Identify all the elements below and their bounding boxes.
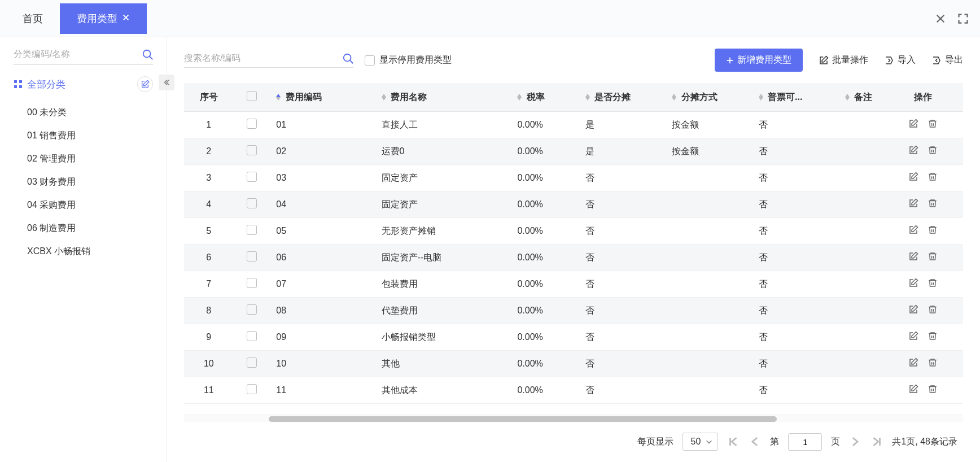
per-page-select[interactable]: 50 <box>683 433 719 451</box>
cell-checkbox[interactable] <box>234 138 271 165</box>
edit-row-icon[interactable] <box>908 225 918 237</box>
table-row[interactable]: 303固定资产0.00%否否 <box>184 165 963 191</box>
collapse-sidebar-icon[interactable] <box>159 75 174 90</box>
table-row[interactable]: 909小畅报销类型0.00%否否 <box>184 324 963 351</box>
delete-row-icon[interactable] <box>928 331 938 343</box>
th-checkbox[interactable] <box>234 83 271 112</box>
table-row[interactable]: 505无形资产摊销0.00%否否 <box>184 218 963 245</box>
delete-row-icon[interactable] <box>928 304 938 317</box>
tabs-right <box>935 13 969 24</box>
tab-expense-type[interactable]: 费用类型 <box>60 3 147 34</box>
table-scroll[interactable]: 序号 费用编码 费用名称 <box>184 83 963 413</box>
last-page-icon[interactable] <box>870 435 883 448</box>
delete-row-icon[interactable] <box>928 119 938 131</box>
edit-row-icon[interactable] <box>908 172 918 184</box>
edit-row-icon[interactable] <box>908 304 918 317</box>
sidebar-item[interactable]: 06 制造费用 <box>27 217 153 240</box>
cell-checkbox[interactable] <box>234 377 271 404</box>
th-alloc-flag[interactable]: 是否分摊 <box>580 83 666 112</box>
delete-row-icon[interactable] <box>928 384 938 396</box>
edit-row-icon[interactable] <box>908 198 918 211</box>
search-icon[interactable] <box>342 53 353 64</box>
cell-checkbox[interactable] <box>234 218 271 245</box>
expand-icon[interactable] <box>957 13 969 24</box>
cell-alloc: 否 <box>580 377 666 404</box>
cell-checkbox[interactable] <box>234 245 271 271</box>
page-number-input[interactable] <box>788 433 822 451</box>
edit-row-icon[interactable] <box>908 384 918 396</box>
content-search-input[interactable] <box>184 53 342 63</box>
table-row[interactable]: 101直接人工0.00%是按金额否 <box>184 112 963 138</box>
sidebar-search-input[interactable] <box>14 49 142 59</box>
sidebar-item[interactable]: XCBX 小畅报销 <box>27 240 153 263</box>
delete-row-icon[interactable] <box>928 278 938 290</box>
edit-row-icon[interactable] <box>908 278 918 290</box>
tab-close-icon[interactable] <box>122 14 130 24</box>
table-row[interactable]: 404固定资产0.00%否否 <box>184 191 963 218</box>
cell-checkbox[interactable] <box>234 324 271 351</box>
show-disabled-checkbox[interactable]: 显示停用费用类型 <box>365 54 452 66</box>
th-seq[interactable]: 序号 <box>184 83 234 112</box>
th-invoice[interactable]: 普票可... <box>753 83 839 112</box>
cell-seq: 3 <box>184 165 234 191</box>
cell-remark <box>839 165 883 191</box>
cell-remark <box>839 298 883 324</box>
table-row[interactable]: 202运费00.00%是按金额否 <box>184 138 963 165</box>
table-row[interactable]: 808代垫费用0.00%否否 <box>184 298 963 324</box>
sidebar-item[interactable]: 03 财务费用 <box>27 171 153 194</box>
category-all[interactable]: 全部分类 <box>14 76 153 92</box>
cell-checkbox[interactable] <box>234 271 271 298</box>
sort-icon <box>382 94 386 101</box>
edit-row-icon[interactable] <box>908 358 918 370</box>
edit-row-icon[interactable] <box>908 145 918 158</box>
svg-marker-19 <box>517 97 522 101</box>
delete-row-icon[interactable] <box>928 172 938 184</box>
cell-checkbox[interactable] <box>234 298 271 324</box>
export-button[interactable]: 导出 <box>931 54 963 66</box>
th-rate[interactable]: 税率 <box>511 83 579 112</box>
scrollbar-thumb[interactable] <box>269 416 777 422</box>
table-row[interactable]: 1111其他成本0.00%否否 <box>184 377 963 404</box>
edit-row-icon[interactable] <box>908 119 918 131</box>
cell-method <box>666 165 753 191</box>
cell-checkbox[interactable] <box>234 112 271 138</box>
first-page-icon[interactable] <box>727 435 740 448</box>
table-row[interactable]: 1010其他0.00%否否 <box>184 351 963 377</box>
delete-row-icon[interactable] <box>928 251 938 264</box>
table-row[interactable]: 606固定资产--电脑0.00%否否 <box>184 245 963 271</box>
delete-row-icon[interactable] <box>928 358 938 370</box>
cell-checkbox[interactable] <box>234 165 271 191</box>
cell-checkbox[interactable] <box>234 351 271 377</box>
tab-home[interactable]: 首页 <box>6 3 60 34</box>
sidebar-item[interactable]: 00 未分类 <box>27 101 153 124</box>
sidebar-item[interactable]: 04 采购费用 <box>27 194 153 217</box>
table-row[interactable]: 707包装费用0.00%否否 <box>184 271 963 298</box>
next-page-icon[interactable] <box>849 435 861 448</box>
close-all-tabs-icon[interactable] <box>935 13 946 24</box>
cell-rate: 0.00% <box>511 245 579 271</box>
sidebar-item[interactable]: 02 管理费用 <box>27 147 153 171</box>
cell-method <box>666 324 753 351</box>
edit-category-icon[interactable] <box>137 76 153 92</box>
delete-row-icon[interactable] <box>928 145 938 158</box>
sidebar-item[interactable]: 01 销售费用 <box>27 124 153 147</box>
delete-row-icon[interactable] <box>928 198 938 211</box>
cell-code: 11 <box>270 377 375 404</box>
delete-row-icon[interactable] <box>928 225 938 237</box>
th-code[interactable]: 费用编码 <box>270 83 375 112</box>
horizontal-scrollbar[interactable] <box>184 415 963 422</box>
add-button[interactable]: 新增费用类型 <box>715 49 803 72</box>
th-remark[interactable]: 备注 <box>839 83 883 112</box>
edit-row-icon[interactable] <box>908 331 918 343</box>
checkbox-icon <box>247 384 257 394</box>
th-name[interactable]: 费用名称 <box>376 83 512 112</box>
cell-checkbox[interactable] <box>234 191 271 218</box>
prev-page-icon[interactable] <box>749 435 761 448</box>
import-button[interactable]: 导入 <box>884 54 916 66</box>
cell-action <box>883 112 963 138</box>
edit-row-icon[interactable] <box>908 251 918 264</box>
cell-remark <box>839 245 883 271</box>
batch-button[interactable]: 批量操作 <box>819 54 868 66</box>
th-alloc-method[interactable]: 分摊方式 <box>666 83 753 112</box>
search-icon[interactable] <box>142 49 153 60</box>
